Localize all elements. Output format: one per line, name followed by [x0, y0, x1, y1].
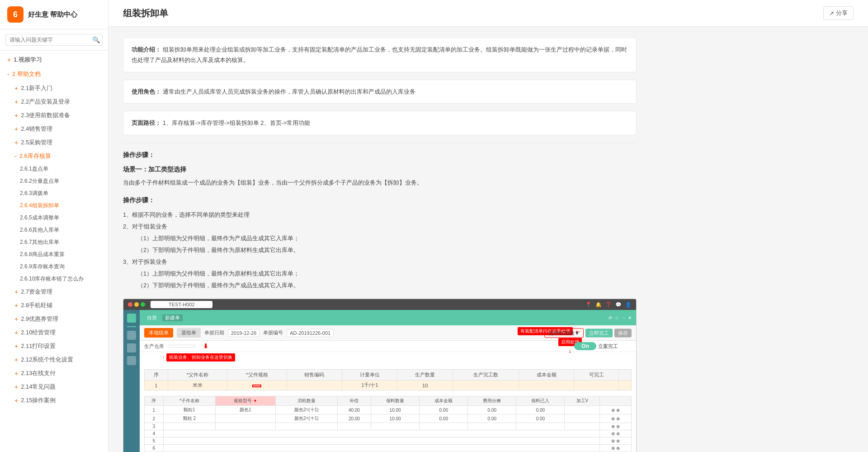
form-no-value[interactable]: AD-20191226-001 [287, 329, 334, 337]
cell: ⊕ ⊗ [600, 445, 632, 452]
sidebar-item-label: 2.13在线支付 [21, 369, 56, 377]
expand-icon: + [14, 397, 18, 404]
app-nav-home[interactable]: 自营 [144, 314, 160, 321]
expand-icon: + [14, 329, 18, 336]
sidebar-item-2-9[interactable]: + 2.9优惠券管理 [0, 312, 108, 326]
page-title: 组装拆卸单 [123, 7, 168, 19]
cell: 0.00 [516, 414, 565, 423]
search-area[interactable]: 🔍 [0, 29, 108, 51]
cell: 颗粒 2 [163, 414, 216, 423]
sidebar-item-2-6-10[interactable]: 2.6.10库存账本错了怎么办 [0, 273, 108, 285]
btn-confirm[interactable]: 立即完工 [585, 328, 613, 337]
expand-icon: + [14, 302, 18, 309]
logo-area: 6 好生意 帮助中心 [0, 0, 108, 29]
sidebar-item-label: 2.7资金管理 [21, 288, 52, 296]
sidebar-item-label: 2.2产品安装及登录 [21, 98, 70, 106]
app-icon-more[interactable]: ··· [622, 315, 625, 320]
cell: 10 [397, 381, 453, 390]
cell: 20.00 [337, 414, 371, 423]
cell: 4 [145, 430, 164, 438]
sidebar-item-2-1[interactable]: + 2.1新手入门 [0, 81, 108, 95]
cell [216, 414, 276, 423]
cell [519, 381, 574, 390]
share-button[interactable]: ↗ 分享 [823, 6, 854, 20]
sidebar-item-2-6-7[interactable]: 2.6.7其他出库单 [0, 236, 108, 248]
sidebar-item-2-6-2[interactable]: 2.6.2分量盘点单 [0, 175, 108, 187]
step3-1: （1）上部明细为父件明细，最终作为原材料生成其它出库单； [123, 268, 637, 280]
sidebar-item-label: 2.1新手入门 [21, 84, 52, 92]
sidebar-item-2-6-4[interactable]: 2.6.4组装拆卸单 [0, 200, 108, 212]
sidebar: 6 好生意 帮助中心 🔍 + 1.视频学习 - 2.帮助文档 + 2.1新手入门… [0, 0, 108, 452]
sidebar-item-2-7[interactable]: + 2.7资金管理 [0, 285, 108, 299]
cell [275, 423, 337, 430]
sidebar-item-help[interactable]: - 2.帮助文档 [0, 67, 108, 81]
btn-apply[interactable]: 立案完工 [598, 343, 618, 350]
sidebar-item-2-6-6[interactable]: 2.6.6其他入库单 [0, 224, 108, 236]
col-consume-qty: 消耗数量 [275, 396, 337, 406]
cell [163, 438, 600, 445]
cell: 0.00 [516, 406, 565, 414]
sidebar-item-label: 2.帮助文档 [12, 70, 41, 78]
app-icon-refresh[interactable]: ⟳ [609, 315, 612, 320]
table-row: 1 米米 1千/十1 10 [145, 381, 632, 390]
table-row: 3 [145, 423, 632, 430]
toggle-on[interactable]: On [574, 342, 596, 350]
cell: ⊕ ⊗ [600, 430, 632, 438]
sidebar-item-2-8[interactable]: + 2.8手机旺铺 [0, 299, 108, 312]
step3: 3、对于拆装业务 [123, 256, 637, 268]
cell [619, 381, 632, 390]
ops-title: 操作步骤： [123, 151, 637, 159]
sidebar-item-2-6-9[interactable]: 2.6.9库存账本查询 [0, 261, 108, 273]
table-row: 6 ⊕ ⊗ [145, 445, 632, 452]
search-input[interactable] [5, 34, 103, 46]
sidebar-item-2-4[interactable]: + 2.4销售管理 [0, 122, 108, 136]
cell [227, 381, 287, 390]
sidebar-item-video[interactable]: + 1.视频学习 [0, 52, 108, 67]
sidebar-item-2-11[interactable]: + 2.11打印设置 [0, 339, 108, 353]
warehouse-input[interactable] [168, 345, 196, 347]
app-icon-close[interactable]: ✕ [628, 315, 632, 320]
sidebar-item-2-6-8[interactable]: 2.6.8商品成本重算 [0, 248, 108, 261]
sidebar-item-label: 2.15操作案例 [21, 396, 56, 404]
sidebar-item-2-12[interactable]: + 2.12系统个性化设置 [0, 353, 108, 366]
form-date-value[interactable]: 2019-12-26 [228, 329, 259, 337]
sidebar-item-2-3[interactable]: + 2.3使用前数据准备 [0, 109, 108, 122]
sidebar-item-2-6[interactable]: - 2.6库存核算 [0, 149, 108, 163]
app-nav-main[interactable]: 新建单 [162, 314, 183, 321]
col-can-finish: 可完工 [574, 370, 619, 381]
cell [565, 414, 600, 423]
annot2-arrow: ↑ [162, 355, 165, 360]
sidebar-item-2-10[interactable]: + 2.10经营管理 [0, 326, 108, 339]
table-row: 4 ⊕ ⊗ [145, 430, 632, 438]
col-process: 加工V [565, 396, 600, 406]
dropdown-bom[interactable]: 选用BOM表▼ [544, 328, 584, 338]
sidebar-item-2-15[interactable]: + 2.15操作案例 [0, 394, 108, 407]
sidebar-item-2-13[interactable]: + 2.13在线支付 [0, 366, 108, 380]
mini-nav-icon-1 [127, 314, 136, 323]
expand-icon: + [14, 112, 18, 119]
search-icon[interactable]: 🔍 [92, 36, 100, 43]
expand-icon: + [14, 383, 18, 390]
sidebar-item-2-6-1[interactable]: 2.6.1盘点单 [0, 163, 108, 175]
table-row: 1 颗粒1 颜色1 颜色2=(十1) 40.00 10.00 0.00 0.00 [145, 406, 632, 414]
sidebar-item-label: 2.6库存核算 [19, 152, 51, 160]
cell: 米米 [168, 381, 227, 390]
sidebar-item-2-6-5[interactable]: 2.6.5成本调整单 [0, 212, 108, 224]
btn-save[interactable]: 保存 [614, 328, 632, 337]
app-icon-star[interactable]: ☆ [615, 315, 619, 320]
sidebar-item-2-14[interactable]: + 2.14常见问题 [0, 380, 108, 394]
col-material-in: 领料已入 [516, 396, 565, 406]
intro-box: 功能介绍： 组装拆卸单用来处理企业组装或拆卸等加工业务，支持有固定装配清单的产品… [123, 38, 637, 72]
sidebar-item-2-6-3[interactable]: 2.6.3调拨单 [0, 187, 108, 200]
sidebar-item-2-2[interactable]: + 2.2产品安装及登录 [0, 95, 108, 109]
share-icon: ↗ [829, 10, 834, 17]
main-area: 组装拆卸单 ↗ 分享 功能介绍： 组装拆卸单用来处理企业组装或拆卸等加工业务，支… [108, 0, 868, 452]
scene-desc: 当由多个子件材料组装成一个成品的业务为【组装】业务，当由一个父件拆分成多个子产品… [123, 177, 637, 189]
upper-table: 序 *父件名称 *父件规格 销售编码 计量单位 生产数量 生产完工数 成本金额 [144, 369, 632, 390]
path-text: 1、库存核算->库存管理->组装拆卸单 2、首页->常用功能 [163, 119, 311, 126]
sidebar-item-2-5[interactable]: + 2.5采购管理 [0, 136, 108, 149]
app-icon-2: 🔔 [595, 302, 602, 308]
tab-assembly[interactable]: 本地组单 [144, 328, 173, 338]
cell: 5 [145, 438, 164, 445]
tab-disassembly[interactable]: 退组单 [177, 328, 201, 338]
